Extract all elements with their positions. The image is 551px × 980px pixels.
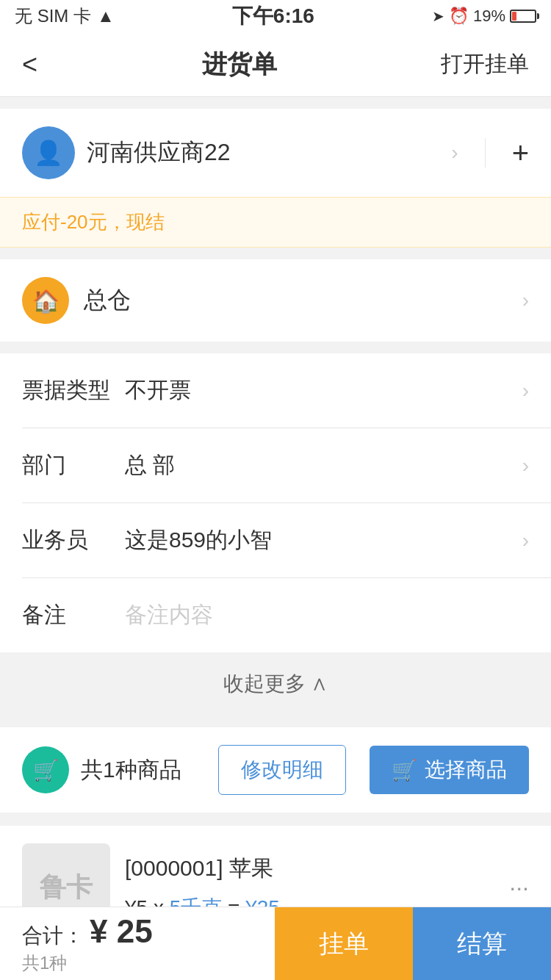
form-section: 票据类型 不开票 › 部门 总 部 › 业务员 这是859的小智 › 备注 备注… bbox=[0, 353, 551, 652]
pend-button[interactable]: 挂单 bbox=[275, 907, 413, 981]
warehouse-name: 总仓 bbox=[84, 284, 508, 317]
dept-label: 部门 bbox=[22, 450, 125, 480]
dept-row[interactable]: 部门 总 部 › bbox=[0, 428, 551, 502]
add-supplier-button[interactable]: + bbox=[512, 137, 529, 170]
status-time: 下午6:16 bbox=[232, 2, 314, 30]
invoice-row[interactable]: 票据类型 不开票 › bbox=[0, 353, 551, 428]
remark-row[interactable]: 备注 备注内容 bbox=[0, 578, 551, 652]
warehouse-chevron-icon: › bbox=[522, 289, 529, 312]
select-product-label: 选择商品 bbox=[425, 756, 507, 784]
battery-fill bbox=[512, 12, 516, 21]
dept-chevron-icon: › bbox=[522, 454, 529, 478]
invoice-chevron-icon: › bbox=[522, 379, 529, 403]
battery-percent: 19% bbox=[473, 7, 505, 26]
product-name: [0000001] 苹果 bbox=[125, 854, 494, 884]
supplier-chevron-icon: › bbox=[451, 141, 458, 165]
product-section: 🛒 共1种商品 修改明细 🛒 选择商品 bbox=[0, 727, 551, 813]
cart-icon: 🛒 bbox=[33, 758, 59, 782]
sales-label: 业务员 bbox=[22, 525, 125, 555]
alarm-icon: ⏰ bbox=[449, 7, 469, 26]
remark-placeholder[interactable]: 备注内容 bbox=[125, 600, 529, 630]
bottom-bar: 合计： ¥ 25 共1种 挂单 结算 bbox=[0, 907, 551, 980]
divider-4 bbox=[0, 716, 551, 727]
avatar-icon: 👤 bbox=[34, 139, 63, 167]
remark-label: 备注 bbox=[22, 600, 125, 630]
total-amount: ¥ 25 bbox=[90, 913, 153, 950]
modify-detail-button[interactable]: 修改明细 bbox=[218, 745, 346, 795]
sales-row[interactable]: 业务员 这是859的小智 › bbox=[0, 503, 551, 577]
product-logo: 鲁卡 bbox=[40, 870, 93, 906]
product-more-button[interactable]: ··· bbox=[509, 874, 529, 901]
location-icon: ➤ bbox=[432, 7, 444, 25]
house-icon: 🏠 bbox=[32, 288, 60, 314]
select-cart-icon: 🛒 bbox=[392, 758, 417, 782]
product-icon: 🛒 bbox=[22, 746, 69, 793]
nav-bar: < 进货单 打开挂单 bbox=[0, 32, 551, 97]
sales-chevron-icon: › bbox=[522, 529, 529, 552]
invoice-label: 票据类型 bbox=[22, 375, 125, 406]
product-title: 苹果 bbox=[229, 856, 273, 880]
invoice-value: 不开票 bbox=[125, 375, 522, 406]
supplier-avatar: 👤 bbox=[22, 126, 75, 179]
wifi-icon: ▲ bbox=[97, 6, 115, 26]
status-right: ➤ ⏰ 19% bbox=[432, 7, 536, 26]
divider-1 bbox=[0, 97, 551, 109]
warehouse-section: 🏠 总仓 › bbox=[0, 259, 551, 342]
total-sub: 共1种 bbox=[22, 951, 253, 975]
supplier-section: 👤 河南供应商22 › + 应付-20元，现结 bbox=[0, 109, 551, 248]
product-id: [0000001] bbox=[125, 856, 223, 880]
sales-value: 这是859的小智 bbox=[125, 525, 522, 555]
select-product-button[interactable]: 🛒 选择商品 bbox=[370, 746, 529, 794]
total-main: 合计： ¥ 25 bbox=[22, 913, 253, 950]
collapse-button[interactable]: 收起更多 ∧ bbox=[0, 652, 551, 716]
checkout-button[interactable]: 结算 bbox=[413, 907, 551, 981]
supplier-name: 河南供应商22 bbox=[87, 137, 439, 169]
total-label: 合计： bbox=[22, 922, 84, 950]
divider-5 bbox=[0, 813, 551, 824]
supplier-row[interactable]: 👤 河南供应商22 › + bbox=[0, 109, 551, 197]
back-button[interactable]: < bbox=[22, 49, 37, 80]
product-header: 🛒 共1种商品 修改明细 🛒 选择商品 bbox=[0, 727, 551, 813]
dept-value: 总 部 bbox=[125, 450, 522, 480]
page-title: 进货单 bbox=[202, 48, 277, 82]
total-section: 合计： ¥ 25 共1种 bbox=[0, 913, 275, 975]
divider-2 bbox=[0, 248, 551, 259]
product-count: 共1种商品 bbox=[81, 755, 206, 785]
divider-3 bbox=[0, 342, 551, 353]
status-left: 无 SIM 卡 ▲ bbox=[15, 4, 115, 28]
notice-bar: 应付-20元，现结 bbox=[0, 197, 551, 248]
warehouse-row[interactable]: 🏠 总仓 › bbox=[0, 259, 551, 342]
open-pend-button[interactable]: 打开挂单 bbox=[441, 49, 529, 79]
vertical-divider bbox=[485, 138, 486, 167]
battery-icon bbox=[510, 10, 536, 23]
status-bar: 无 SIM 卡 ▲ 下午6:16 ➤ ⏰ 19% bbox=[0, 0, 551, 32]
carrier-label: 无 SIM 卡 bbox=[15, 4, 91, 28]
warehouse-icon: 🏠 bbox=[22, 277, 69, 324]
